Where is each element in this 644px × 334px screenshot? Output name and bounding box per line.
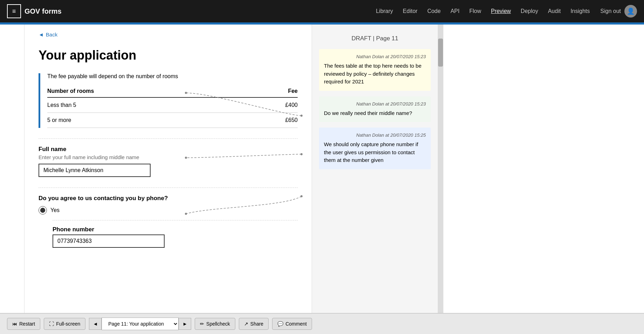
phone-number-input[interactable]: [53, 234, 165, 248]
full-name-input[interactable]: [39, 164, 151, 177]
nav-deploy[interactable]: Deploy: [521, 8, 538, 14]
phone-number-section: Phone number: [53, 220, 298, 248]
top-navigation: ≡ GOV forms Library Editor Code API Flow…: [0, 0, 644, 22]
comment-meta-2: Nathan Dolan at 20/07/2020 15:23: [324, 101, 426, 107]
col-rooms-header: Number of rooms: [47, 85, 245, 97]
full-name-hint: Enter your full name including middle na…: [39, 154, 298, 160]
main-container: ◄ Back Your application The fee payable …: [0, 25, 644, 313]
app-logo: ≡ GOV forms: [7, 4, 62, 18]
page-title: Your application: [39, 48, 298, 63]
nav-links: Library Editor Code API Flow Preview Dep…: [376, 8, 590, 14]
comment-meta-1: Nathan Dolan at 20/07/2020 15:23: [324, 54, 426, 59]
logo-text: GOV forms: [25, 7, 62, 15]
nav-library[interactable]: Library: [376, 8, 393, 14]
comment-meta-3: Nathan Dolan at 20/07/2020 15:25: [324, 132, 426, 138]
info-text: The fee payable will depend on the numbe…: [47, 73, 298, 80]
radio-yes-label: Yes: [50, 207, 60, 213]
nav-preview[interactable]: Preview: [491, 8, 511, 14]
phone-question-label: Do you agree to us contacting you by pho…: [39, 195, 298, 202]
draft-label: DRAFT | Page 11: [319, 32, 431, 42]
nav-code[interactable]: Code: [427, 8, 441, 14]
col-fee-header: Fee: [245, 85, 298, 97]
left-strip: [0, 25, 25, 313]
comment-card-1: Nathan Dolan at 20/07/2020 15:23 The fee…: [319, 49, 431, 91]
phone-number-label: Phone number: [53, 226, 298, 233]
rooms-cell: Less than 5: [47, 97, 245, 113]
back-link[interactable]: ◄ Back: [39, 32, 298, 38]
comment-card-3: Nathan Dolan at 20/07/2020 15:25 We shou…: [319, 128, 431, 169]
fee-cell: £650: [245, 113, 298, 128]
table-row: Less than 5£400: [47, 97, 298, 113]
comment-text-2: Do we really need their middle name?: [324, 109, 426, 117]
nav-api[interactable]: API: [450, 8, 459, 14]
nav-flow[interactable]: Flow: [469, 8, 481, 14]
table-row: 5 or more£650: [47, 113, 298, 128]
right-panel: DRAFT | Page 11 Nathan Dolan at 20/07/20…: [312, 25, 438, 313]
comment-text-3: We should only capture phone number if t…: [324, 141, 426, 164]
full-name-section: Full name Enter your full name including…: [39, 138, 298, 177]
rooms-cell: 5 or more: [47, 113, 245, 128]
info-block: The fee payable will depend on the numbe…: [39, 73, 298, 128]
user-avatar: 👤: [624, 5, 637, 18]
logo-icon: ≡: [7, 4, 21, 18]
radio-yes-input[interactable]: [39, 206, 47, 214]
sign-out-button[interactable]: Sign out 👤: [600, 5, 637, 18]
radio-yes-option: Yes: [39, 206, 298, 214]
comment-card-2: Nathan Dolan at 20/07/2020 15:23 Do we r…: [319, 96, 431, 122]
fee-table: Number of rooms Fee Less than 5£4005 or …: [47, 85, 298, 128]
full-name-label: Full name: [39, 146, 298, 153]
nav-editor[interactable]: Editor: [403, 8, 417, 14]
content-area: ◄ Back Your application The fee payable …: [25, 25, 312, 313]
fee-cell: £400: [245, 97, 298, 113]
nav-insights[interactable]: Insights: [570, 8, 590, 14]
scrollbar[interactable]: [438, 25, 443, 313]
scroll-thumb[interactable]: [438, 39, 443, 67]
nav-audit[interactable]: Audit: [548, 8, 561, 14]
phone-question-section: Do you agree to us contacting you by pho…: [39, 188, 298, 248]
comment-text-1: The fees table at the top here needs to …: [324, 62, 426, 86]
